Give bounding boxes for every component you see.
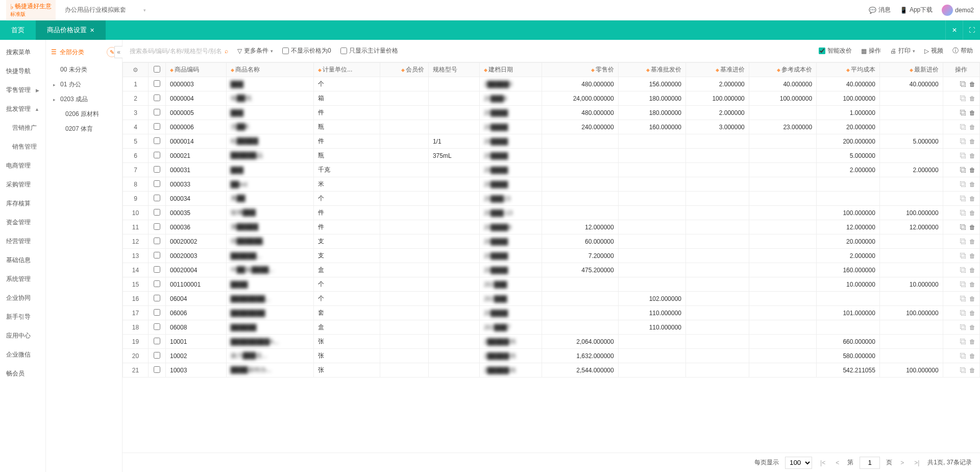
table-row[interactable]: 1910001█████████A...张2█████052,064.00000…	[123, 335, 980, 349]
sidebar-item[interactable]: 企业协同	[0, 289, 45, 308]
table-row[interactable]: 40000006洗██K瓶20████240.000000160.0000003…	[123, 120, 980, 134]
sort-icon[interactable]: ◆	[170, 67, 174, 73]
row-checkbox[interactable]	[154, 252, 160, 258]
row-checkbox[interactable]	[154, 209, 160, 216]
app-download-button[interactable]: 📱App下载	[900, 6, 933, 14]
sidebar-item[interactable]: 应用中心	[0, 326, 45, 345]
row-checkbox[interactable]	[154, 266, 160, 273]
category-item[interactable]: ▸01 办公	[46, 77, 122, 92]
delete-icon[interactable]: 🗑	[969, 267, 975, 274]
row-checkbox[interactable]	[154, 109, 160, 115]
delete-icon[interactable]: 🗑	[969, 167, 975, 174]
row-checkbox[interactable]	[154, 280, 160, 287]
table-row[interactable]: 1706006████████套20████110.000000101.0000…	[123, 306, 980, 320]
table-row[interactable]: 9000034奥██个20███23⿻🗑	[123, 192, 980, 206]
delete-icon[interactable]: 🗑	[969, 81, 975, 88]
delete-icon[interactable]: 🗑	[969, 252, 975, 259]
smart-price-toggle[interactable]: 智能改价	[819, 46, 852, 55]
delete-icon[interactable]: 🗑	[969, 138, 975, 145]
row-checkbox[interactable]	[154, 238, 160, 244]
account-selector[interactable]: 办公用品行业模拟账套▾	[65, 6, 146, 14]
sidebar-item[interactable]: 快捷导航	[0, 62, 45, 81]
table-row[interactable]: 20000004收██纸箱20███824,000.000000180.0000…	[123, 91, 980, 106]
copy-icon[interactable]: ⿻	[960, 324, 966, 331]
page-input[interactable]	[860, 457, 880, 469]
table-row[interactable]: 2010002扬力███扭...张2█████051,632.000000580…	[123, 349, 980, 363]
copy-icon[interactable]: ⿻	[960, 138, 966, 145]
row-checkbox[interactable]	[154, 366, 160, 373]
table-row[interactable]: 1806008██████盒202███7110.000000⿻🗑	[123, 320, 980, 335]
row-checkbox[interactable]	[154, 180, 160, 187]
copy-icon[interactable]: ⿻	[960, 95, 966, 102]
sidebar-item[interactable]: 畅会员	[0, 364, 45, 383]
last-page-icon[interactable]: >|	[912, 459, 921, 466]
sidebar-item[interactable]: 销售管理	[0, 137, 45, 156]
table-row[interactable]: 1606004████████...个202███102.000000⿻🗑	[123, 292, 980, 306]
sort-icon[interactable]: ◆	[484, 67, 487, 73]
delete-icon[interactable]: 🗑	[969, 124, 975, 131]
delete-icon[interactable]: 🗑	[969, 281, 975, 288]
row-checkbox[interactable]	[154, 195, 160, 201]
sidebar-item[interactable]: 营销推广	[0, 119, 45, 137]
category-item[interactable]: 00 未分类	[46, 62, 122, 77]
table-row[interactable]: 8000033██est米20████⿻🗑	[123, 177, 980, 192]
tab-price-settings[interactable]: 商品价格设置✕	[36, 20, 106, 40]
delete-icon[interactable]: 🗑	[969, 324, 975, 331]
row-checkbox[interactable]	[154, 338, 160, 344]
table-row[interactable]: 1300020003██████...支20████7.2000002.0000…	[123, 249, 980, 263]
category-item[interactable]: ▸0203 成品	[46, 92, 122, 107]
delete-icon[interactable]: 🗑	[969, 195, 975, 202]
messages-button[interactable]: 💬消息	[869, 6, 891, 14]
row-checkbox[interactable]	[154, 95, 160, 101]
sidebar-item[interactable]: 企业微信	[0, 345, 45, 364]
copy-icon[interactable]: ⿻	[960, 238, 966, 245]
search-icon[interactable]: ⌕	[225, 48, 228, 55]
copy-icon[interactable]: ⿻	[960, 367, 966, 374]
copy-icon[interactable]: ⿻	[960, 224, 966, 231]
row-checkbox[interactable]	[154, 80, 160, 87]
sidebar-item[interactable]: 新手引导	[0, 308, 45, 326]
delete-icon[interactable]: 🗑	[969, 295, 975, 302]
copy-icon[interactable]: ⿻	[960, 267, 966, 274]
row-checkbox[interactable]	[154, 123, 160, 130]
only-main-checkbox[interactable]: 只显示主计量价格	[340, 46, 398, 55]
gear-icon[interactable]: ⚙	[133, 66, 138, 74]
print-button[interactable]: 🖨打印▾	[890, 46, 915, 55]
copy-icon[interactable]: ⿻	[960, 310, 966, 317]
table-row[interactable]: 1200020002得██████.支20████60.00000020.000…	[123, 234, 980, 249]
delete-icon[interactable]: 🗑	[969, 209, 975, 217]
copy-icon[interactable]: ⿻	[960, 181, 966, 188]
row-checkbox[interactable]	[154, 323, 160, 330]
copy-icon[interactable]: ⿻	[960, 252, 966, 259]
delete-icon[interactable]: 🗑	[969, 181, 975, 188]
sort-icon[interactable]: ◆	[318, 67, 322, 73]
sidebar-item[interactable]: 采购管理	[0, 175, 45, 194]
table-row[interactable]: 11000036测█████件20████812.00000012.000000…	[123, 220, 980, 234]
row-checkbox[interactable]	[154, 166, 160, 173]
copy-icon[interactable]: ⿻	[960, 281, 966, 288]
sidebar-item[interactable]: 库存核算	[0, 194, 45, 213]
copy-icon[interactable]: ⿻	[960, 152, 966, 159]
table-row[interactable]: 2110003████新特办...张2█████052,544.00000054…	[123, 363, 980, 377]
prev-page-icon[interactable]: <	[834, 459, 841, 466]
sort-icon[interactable]: ◆	[401, 67, 405, 73]
search-input[interactable]	[130, 48, 222, 55]
delete-icon[interactable]: 🗑	[969, 352, 975, 360]
delete-icon[interactable]: 🗑	[969, 238, 975, 245]
copy-icon[interactable]: ⿻	[960, 338, 966, 345]
copy-icon[interactable]: ⿻	[960, 167, 966, 174]
copy-icon[interactable]: ⿻	[960, 109, 966, 116]
copy-icon[interactable]: ⿻	[960, 195, 966, 202]
close-all-icon[interactable]: ✕	[945, 20, 963, 40]
sort-icon[interactable]: ◆	[716, 67, 719, 73]
table-row[interactable]: 10000035玻璃███件20███-13100.000000100.0000…	[123, 206, 980, 220]
sidebar-item[interactable]: 搜索菜单	[0, 43, 45, 62]
delete-icon[interactable]: 🗑	[969, 95, 975, 102]
row-checkbox[interactable]	[154, 223, 160, 230]
video-button[interactable]: ▷视频	[924, 46, 943, 55]
delete-icon[interactable]: 🗑	[969, 310, 975, 317]
row-checkbox[interactable]	[154, 137, 160, 144]
sort-icon[interactable]: ◆	[910, 67, 913, 73]
sidebar-item[interactable]: 零售管理▶	[0, 81, 45, 100]
copy-icon[interactable]: ⿻	[960, 124, 966, 131]
